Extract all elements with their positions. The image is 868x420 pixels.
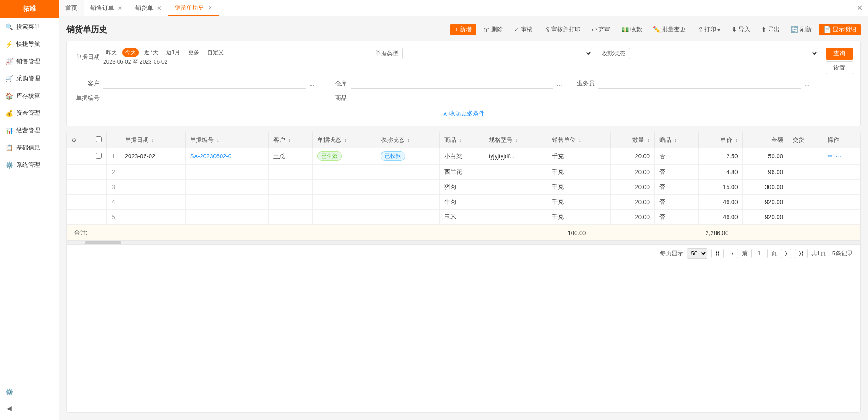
doc-type-select[interactable]: [402, 48, 592, 59]
doc-no-input[interactable]: [103, 93, 314, 103]
new-button[interactable]: + 新增: [450, 24, 476, 35]
page-input[interactable]: [751, 249, 768, 258]
sidebar-item-label: 采购管理: [16, 75, 40, 83]
sort-customer-icon[interactable]: ↕: [288, 137, 291, 143]
th-collect-status[interactable]: 收款状态 ↕: [376, 132, 439, 148]
sidebar-item-sales-mgmt[interactable]: 📈 销售管理: [0, 53, 59, 70]
cell-checkbox[interactable]: [91, 210, 106, 225]
tab-sales-goods-close[interactable]: ✕: [157, 5, 161, 11]
date-tag-1month[interactable]: 近1月: [164, 48, 183, 57]
date-tag-yesterday[interactable]: 昨天: [103, 48, 120, 57]
audit-print-button[interactable]: 🖨 审核并打印: [540, 24, 584, 35]
cell-checkbox[interactable]: [91, 195, 106, 210]
collapse-filter-button[interactable]: ∧ 收起更多条件: [74, 108, 853, 120]
batch-change-button[interactable]: ✏️ 批量变更: [649, 24, 689, 35]
sidebar-item-basic-info[interactable]: 📋 基础信息: [0, 139, 59, 156]
cell-gift: 否: [654, 210, 698, 225]
abandon-button[interactable]: ↩ 弃审: [588, 24, 614, 35]
audit-button[interactable]: ✓ 审核: [510, 24, 536, 35]
more-icon[interactable]: ⋯: [835, 153, 841, 160]
doc-no-link[interactable]: SA-20230602-0: [190, 153, 231, 160]
query-search-button[interactable]: 查询: [826, 48, 853, 60]
gear-icon[interactable]: ⚙: [71, 137, 77, 144]
sort-goods-icon[interactable]: ↕: [459, 137, 462, 143]
select-all-checkbox[interactable]: [96, 136, 102, 142]
tab-sales-order[interactable]: 销售订单 ✕: [84, 0, 129, 16]
sort-collect-status-icon[interactable]: ↕: [407, 137, 410, 143]
sidebar-item-system-mgmt[interactable]: ⚙️ 系统管理: [0, 156, 59, 174]
th-customer[interactable]: 客户 ↕: [269, 132, 313, 148]
tab-sales-history[interactable]: 销货单历史 ✕: [168, 0, 219, 16]
goods-dots[interactable]: ...: [557, 95, 562, 102]
sidebar-item-collapse-bottom[interactable]: ◀: [0, 400, 59, 416]
page-next-button[interactable]: ⟩: [781, 249, 791, 258]
sort-quantity-icon[interactable]: ↕: [647, 137, 650, 143]
th-goods[interactable]: 商品 ↕: [439, 132, 484, 148]
cell-checkbox[interactable]: [91, 165, 106, 180]
customer-dots[interactable]: ...: [309, 80, 314, 87]
horizontal-scrollbar[interactable]: [67, 240, 860, 244]
page-prev-button[interactable]: ⟨: [728, 249, 738, 258]
tab-home[interactable]: 首页: [59, 0, 84, 16]
cell-checkbox[interactable]: [91, 148, 106, 165]
cell-gift: 否: [654, 165, 698, 180]
th-unit-price[interactable]: 单价 ↕: [698, 132, 743, 148]
customer-input[interactable]: [103, 79, 306, 89]
sort-doc-date-icon[interactable]: ↕: [151, 137, 154, 143]
sidebar-item-operations[interactable]: 📊 经营管理: [0, 122, 59, 139]
cell-checkbox[interactable]: [91, 180, 106, 195]
date-tag-today[interactable]: 今天: [122, 48, 139, 57]
sidebar-item-finance[interactable]: 💰 资金管理: [0, 105, 59, 122]
sidebar-item-quick-nav[interactable]: ⚡ 快捷导航: [0, 35, 59, 53]
row-checkbox[interactable]: [96, 153, 102, 159]
per-page-select[interactable]: 50: [687, 248, 707, 259]
delete-button[interactable]: 🗑 删除: [480, 24, 507, 35]
collect-button[interactable]: 💵 收款: [617, 24, 646, 35]
th-sales-unit[interactable]: 销售单位 ↕: [547, 132, 610, 148]
th-spec-model[interactable]: 规格型号 ↕: [484, 132, 547, 148]
page-last-button[interactable]: ⟩⟩: [795, 249, 808, 258]
th-doc-status[interactable]: 单据状态 ↕: [312, 132, 376, 148]
page-first-button[interactable]: ⟨⟨: [711, 249, 724, 258]
date-tag-custom[interactable]: 自定义: [205, 48, 226, 57]
tab-sales-order-close[interactable]: ✕: [118, 5, 122, 11]
collect-status-select[interactable]: [629, 48, 819, 59]
warehouse-dots[interactable]: ...: [557, 80, 562, 87]
close-all-tabs[interactable]: ✕: [851, 4, 868, 12]
show-detail-button[interactable]: 📄 显示明细: [819, 24, 861, 35]
cell-trade: [788, 210, 823, 225]
goods-input[interactable]: [351, 93, 553, 103]
sort-sales-unit-icon[interactable]: ↕: [579, 137, 582, 143]
import-button[interactable]: ⬇ 导入: [728, 24, 754, 35]
date-tag-7days[interactable]: 近7天: [141, 48, 161, 57]
sort-gift-icon[interactable]: ↕: [674, 137, 677, 143]
salesman-dots[interactable]: ...: [804, 80, 809, 87]
sort-doc-no-icon[interactable]: ↕: [216, 137, 219, 143]
sort-spec-model-icon[interactable]: ↕: [515, 137, 518, 143]
cell-collect-status: 已收款: [376, 148, 439, 165]
print-button[interactable]: 🖨 打印 ▾: [693, 24, 724, 35]
edit-icon[interactable]: ✏: [828, 153, 833, 160]
th-gear[interactable]: ⚙: [67, 132, 91, 148]
export-button[interactable]: ⬆ 导出: [758, 24, 783, 35]
cell-customer: [269, 210, 313, 225]
sidebar-item-settings-bottom[interactable]: ⚙️: [0, 384, 59, 400]
query-buttons: 查询 设置: [826, 48, 853, 74]
sidebar-item-search-menu[interactable]: 🔍 搜索菜单: [0, 18, 59, 35]
filter-row-3: 单据编号 商品 ...: [74, 93, 853, 103]
tab-sales-goods[interactable]: 销货单 ✕: [129, 0, 168, 16]
sort-unit-price-icon[interactable]: ↕: [735, 137, 738, 143]
th-doc-date[interactable]: 单据日期 ↕: [120, 132, 185, 148]
sort-doc-status-icon[interactable]: ↕: [344, 137, 347, 143]
warehouse-input[interactable]: [351, 79, 553, 89]
tab-sales-history-close[interactable]: ✕: [208, 5, 212, 11]
th-doc-no[interactable]: 单据编号 ↕: [185, 132, 268, 148]
th-gift[interactable]: 赠品 ↕: [654, 132, 698, 148]
sidebar-item-purchase-mgmt[interactable]: 🛒 采购管理: [0, 70, 59, 87]
salesman-input[interactable]: [598, 79, 801, 89]
sidebar-item-inventory[interactable]: 🏠 库存核算: [0, 87, 59, 105]
refresh-button[interactable]: 🔄 刷新: [787, 24, 815, 35]
date-tag-more[interactable]: 更多: [186, 48, 202, 57]
th-quantity[interactable]: 数量 ↕: [611, 132, 655, 148]
query-setting-button[interactable]: 设置: [826, 61, 853, 74]
